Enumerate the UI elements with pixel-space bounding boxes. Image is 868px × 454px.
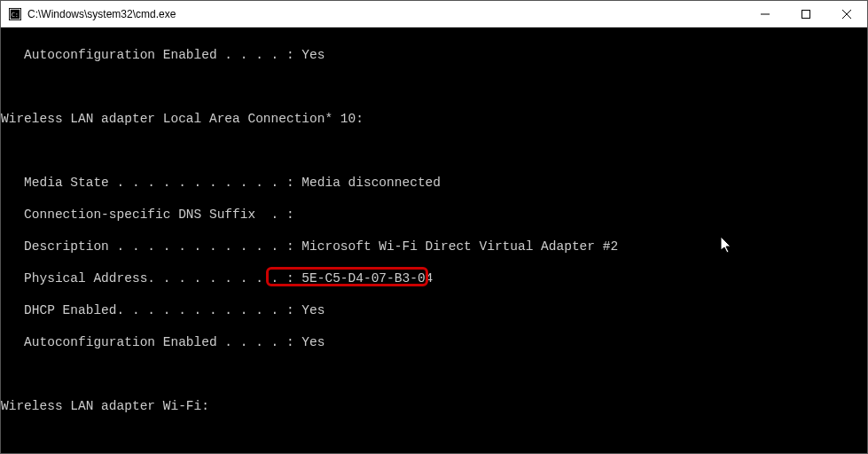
adapter-header: Wireless LAN adapter Wi-Fi: [1,398,867,414]
window-controls [745,1,867,27]
console-output[interactable]: Autoconfiguration Enabled . . . . : Yes … [1,27,867,453]
output-line: Connection-specific DNS Suffix . : [1,207,867,223]
output-blank [1,79,867,95]
output-blank [1,366,867,382]
output-blank [1,143,867,159]
output-line: Autoconfiguration Enabled . . . . : Yes [1,334,867,350]
titlebar[interactable]: C: C:\Windows\system32\cmd.exe [1,1,867,27]
output-blank [1,430,867,446]
output-line: Description . . . . . . . . . . . : Micr… [1,239,867,254]
output-line: Physical Address. . . . . . . . . : 5E-C… [1,270,867,286]
output-line: Media State . . . . . . . . . . . : Medi… [1,175,867,191]
svg-text:C:: C: [12,11,19,18]
window-title: C:\Windows\system32\cmd.exe [27,8,745,20]
output-line: DHCP Enabled. . . . . . . . . . . : Yes [1,302,867,318]
minimize-button[interactable] [745,1,786,27]
svg-rect-5 [802,10,810,18]
cmd-window: C: C:\Windows\system32\cmd.exe Autoconfi… [0,0,868,454]
output-line: Autoconfiguration Enabled . . . . : Yes [1,47,867,63]
cmd-icon: C: [8,7,22,21]
maximize-button[interactable] [786,1,826,27]
adapter-header: Wireless LAN adapter Local Area Connecti… [1,111,867,127]
close-button[interactable] [826,1,867,27]
